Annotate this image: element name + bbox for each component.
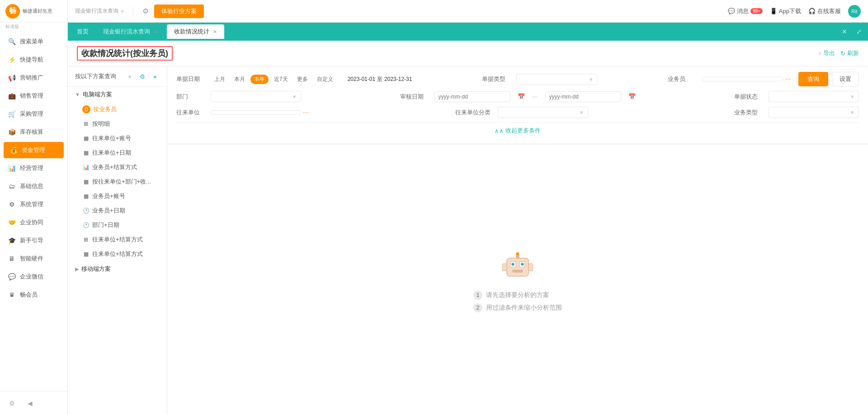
sidebar-item-operation[interactable]: 📊经营管理 [0, 159, 67, 177]
scheme-item-salesperson-date[interactable]: 🕐 业务员+日期 [68, 203, 167, 218]
refresh-btn[interactable]: ↻ 刷新 [840, 49, 859, 57]
message-btn[interactable]: 💬 消息 99+ [728, 7, 763, 15]
message-icon: 💬 [728, 8, 735, 14]
scheme-label-dept-date: 部门+日期 [92, 221, 119, 229]
sidebar-item-search[interactable]: 🔍搜索菜单 [0, 33, 67, 51]
mobile-group-expand-icon: ▶ [75, 266, 79, 272]
review-date-label: 审核日期 [400, 93, 427, 101]
scheme-item-unit-account[interactable]: ▦ 往来单位+账号 [68, 131, 167, 146]
sidebar-label-hardware: 智能硬件 [20, 255, 43, 263]
table-icon-3: ▦ [82, 178, 90, 185]
scheme-item-unit-settlement-2[interactable]: ▦ 往来单位+结算方式 [68, 247, 167, 261]
date-dash: — [532, 93, 538, 100]
doc-type-select[interactable]: ▾ [516, 74, 598, 85]
date-tab-this-year[interactable]: 本年 [250, 75, 269, 84]
sales-icon: 💼 [7, 91, 16, 100]
scheme-item-unit-dept-receive[interactable]: ▦ 按往来单位+部门+收... [68, 174, 167, 189]
tab-home[interactable]: 首页 [71, 28, 94, 36]
data-area: 1 请先选择要分析的方案 2 用过滤条件来缩小分析范围 [167, 144, 868, 415]
sidebar-item-member[interactable]: ♛畅会员 [0, 286, 67, 304]
scheme-item-unit-settlement-1[interactable]: ⊞ 往来单位+结算方式 [68, 232, 167, 247]
scheme-item-salesperson-settlement[interactable]: 📊 业务员+结算方式 [68, 160, 167, 174]
system-icon: ⚙ [7, 200, 16, 209]
scheme-label-unit-date: 往来单位+日期 [92, 149, 131, 157]
desktop-group-header[interactable]: ▼ 电脑端方案 [68, 87, 167, 102]
date-tab-last-month[interactable]: 上月 [211, 75, 229, 84]
business-type-select[interactable]: ▾ [769, 107, 859, 118]
sidebar-settings-btn[interactable]: ⚙ [5, 397, 18, 410]
scheme-label-unit-account: 往来单位+账号 [92, 134, 131, 142]
sidebar-item-corp[interactable]: 🤝企业协同 [0, 213, 67, 231]
scheme-item-unit-date[interactable]: ▦ 往来单位+日期 [68, 146, 167, 160]
scheme-item-detail[interactable]: ⊞ 按明细 [68, 117, 167, 131]
topbar-gear-btn[interactable]: ⚙ [142, 7, 149, 15]
sidebar-item-basic[interactable]: 🗂基础信息 [0, 177, 67, 195]
counterparty-select[interactable] [211, 110, 301, 115]
sidebar-item-quicknav[interactable]: ⚡快捷导航 [0, 51, 67, 69]
query-btn[interactable]: 查询 [798, 72, 828, 86]
step-num-1: 1 [473, 291, 482, 300]
mobile-group-header[interactable]: ▶ 移动端方案 [68, 261, 167, 277]
collapse-filters-btn[interactable]: ∧∧ 收起更多条件 [176, 123, 859, 138]
counterparty-more-btn[interactable]: ··· [303, 108, 309, 117]
salesperson-select[interactable] [702, 77, 783, 81]
panel-collapse-btn[interactable]: « [151, 72, 160, 81]
sidebar-collapse-btn[interactable]: ◀ [24, 397, 36, 410]
sidebar-item-wechat[interactable]: 💬企业微信 [0, 268, 67, 286]
scheme-label-sp-settlement: 业务员+结算方式 [92, 163, 137, 171]
scheme-label-sp-account: 业务员+账号 [92, 192, 125, 200]
online-service-btn[interactable]: 🎧 在线客服 [808, 7, 841, 15]
export-btn[interactable]: ↑ 导出 [819, 49, 835, 57]
sidebar-item-guide[interactable]: 🎓新手引导 [0, 231, 67, 250]
doc-type-label: 单据类型 [482, 75, 509, 83]
review-date-from-input[interactable] [434, 91, 510, 102]
sidebar-item-sales[interactable]: 💼销售管理 [0, 87, 67, 105]
dept-select[interactable]: ▾ [211, 91, 301, 102]
svg-rect-8 [502, 264, 507, 271]
sidebar-item-system[interactable]: ⚙系统管理 [0, 195, 67, 213]
left-panel-title: 按以下方案查询 [75, 72, 122, 80]
collapse-label: 收起更多条件 [505, 127, 541, 135]
setting-btn[interactable]: 设置 [832, 72, 859, 86]
topbar-dropdown-icon[interactable]: ▾ [121, 8, 124, 14]
counterparty-label: 往来单位 [176, 108, 203, 117]
sidebar-item-marketing[interactable]: 📢营销推广 [0, 69, 67, 87]
date-tab-more[interactable]: 更多 [293, 75, 311, 84]
operation-icon: 📊 [7, 164, 16, 173]
sidebar-item-hardware[interactable]: 🖥智能硬件 [0, 250, 67, 268]
headset-icon: 🎧 [808, 8, 816, 14]
sidebar-item-inventory[interactable]: 📦库存核算 [0, 123, 67, 141]
scheme-settings-btn[interactable]: ⚙ [138, 72, 147, 81]
sidebar-label-purchase: 采购管理 [20, 110, 43, 118]
tab-receipt-stat[interactable]: 收款情况统计 ✕ [167, 24, 224, 39]
filter-area: 单据日期 上月 本月 本年 近7天 更多 自定义 2023-01-01 至 [167, 66, 868, 144]
add-scheme-btn[interactable]: + [125, 72, 134, 81]
review-date-to-input[interactable] [545, 91, 621, 102]
salesperson-more-btn[interactable]: ··· [785, 75, 791, 83]
app-download-btn[interactable]: 📱 App下载 [770, 7, 801, 15]
tab-maximize-btn[interactable]: ⤢ [854, 26, 864, 37]
tab-bank-flow[interactable]: 现金银行流水查询 ✕ [96, 24, 165, 39]
cal-icon-2[interactable]: 📅 [628, 93, 636, 100]
date-tab-custom[interactable]: 自定义 [313, 75, 337, 84]
counterparty-cat-select[interactable]: ▾ [498, 107, 588, 118]
demo-btn[interactable]: 体验行业方案 [154, 5, 204, 18]
cal-icon-1[interactable]: 📅 [518, 93, 525, 100]
doc-status-select[interactable]: ▾ [769, 91, 859, 102]
scheme-item-salesperson-account[interactable]: ▦ 业务员+账号 [68, 189, 167, 203]
tab-receipt-stat-close[interactable]: ✕ [213, 29, 217, 35]
sidebar-item-finance[interactable]: 💰资金管理 [4, 142, 64, 158]
basic-icon: 🗂 [7, 182, 16, 191]
svg-rect-5 [512, 269, 523, 272]
tab-bank-flow-close[interactable]: ✕ [154, 29, 158, 35]
scheme-item-by-salesperson[interactable]: O 按业务员 [68, 102, 167, 117]
tab-close-all-btn[interactable]: ✕ [839, 26, 850, 37]
scheme-item-dept-date[interactable]: 🕐 部门+日期 [68, 218, 167, 232]
date-to: 2023-12-31 [384, 76, 412, 82]
user-avatar[interactable]: Rit [848, 5, 861, 18]
date-tab-7days[interactable]: 近7天 [270, 75, 292, 84]
page-header: 收款情况统计(按业务员) ↑ 导出 ↻ 刷新 [68, 41, 868, 66]
sidebar-label-sales: 销售管理 [20, 92, 43, 100]
date-tab-this-month[interactable]: 本月 [231, 75, 249, 84]
sidebar-item-purchase[interactable]: 🛒采购管理 [0, 105, 67, 123]
